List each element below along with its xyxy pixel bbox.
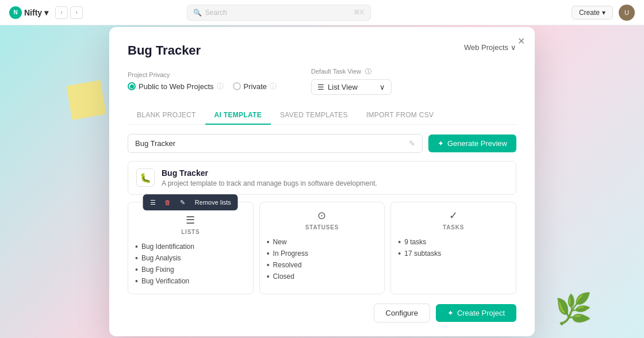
list-item: Bug Verification xyxy=(135,275,246,287)
list-item: 9 tasks xyxy=(398,236,509,248)
list-item: New xyxy=(267,236,378,248)
list-item: Bug Identification xyxy=(135,241,246,252)
settings-row: Project Privacy Public to Web Projects ⓘ… xyxy=(128,67,516,95)
task-view-label: Default Task View ⓘ xyxy=(311,67,392,76)
template-card-icon: 🐛 xyxy=(136,168,155,187)
privacy-private-label: Private xyxy=(244,82,267,91)
tab-ai-template[interactable]: AI TEMPLATE xyxy=(205,106,271,125)
template-card-title: Bug Tracker xyxy=(162,168,377,178)
logo-chevron: ▾ xyxy=(44,8,48,17)
workspace-selector[interactable]: Web Projects ∨ xyxy=(464,43,516,52)
sticky-note-decoration xyxy=(66,80,106,120)
modal-title: Bug Tracker xyxy=(128,43,201,58)
tab-saved-templates[interactable]: SAVED TEMPLATES xyxy=(271,106,357,125)
privacy-section: Project Privacy Public to Web Projects ⓘ… xyxy=(128,71,277,91)
modal-header: Bug Tracker Web Projects ∨ xyxy=(128,43,516,58)
privacy-radio-group: Public to Web Projects ⓘ Private ⓘ xyxy=(128,82,277,91)
lists-delete-btn[interactable]: 🗑 xyxy=(162,196,174,209)
generate-btn-icon: ✦ xyxy=(438,139,444,148)
task-view-chevron: ∨ xyxy=(379,83,385,91)
tab-import-csv[interactable]: IMPORT FROM CSV xyxy=(357,106,443,125)
privacy-private-option[interactable]: Private ⓘ xyxy=(233,82,277,91)
topbar-right: Create ▾ U xyxy=(572,5,635,21)
search-placeholder: Search xyxy=(205,9,227,17)
privacy-public-label: Public to Web Projects xyxy=(139,82,214,91)
tasks-panel-items: 9 tasks 17 subtasks xyxy=(398,236,509,259)
privacy-public-option[interactable]: Public to Web Projects ⓘ xyxy=(128,82,224,91)
tab-blank-project[interactable]: BLANK PROJECT xyxy=(128,106,205,125)
plant-decoration: 🌿 xyxy=(555,291,592,327)
nav-back-button[interactable]: ‹ xyxy=(55,6,68,19)
avatar[interactable]: U xyxy=(619,5,635,21)
privacy-label: Project Privacy xyxy=(128,71,277,78)
configure-button[interactable]: Configure xyxy=(374,304,430,322)
tasks-panel: ✓ TASKS 9 tasks 17 subtasks xyxy=(390,202,516,294)
list-item: Bug Analysis xyxy=(135,252,246,264)
create-button[interactable]: Create ▾ xyxy=(572,6,613,20)
remove-lists-tooltip: Remove lists xyxy=(191,198,235,207)
privacy-private-info-icon: ⓘ xyxy=(270,82,277,91)
tabs-row: BLANK PROJECT AI TEMPLATE SAVED TEMPLATE… xyxy=(128,106,516,125)
lists-edit-btn[interactable]: ✎ xyxy=(177,196,189,209)
nav-buttons: ‹ › xyxy=(55,6,83,19)
privacy-private-radio[interactable] xyxy=(233,82,241,90)
logo-text: Nifty xyxy=(24,8,42,17)
search-bar[interactable]: 🔍 Search ⌘K xyxy=(187,5,371,21)
search-icon: 🔍 xyxy=(193,9,202,17)
lists-panel-title: LISTS xyxy=(135,229,246,235)
workspace-label: Web Projects xyxy=(464,43,508,52)
task-view-dropdown[interactable]: ☰ List View ∨ xyxy=(311,79,392,95)
list-item: Closed xyxy=(267,271,378,282)
privacy-public-info-icon: ⓘ xyxy=(217,82,224,91)
list-item: Resolved xyxy=(267,259,378,271)
generate-btn-label: Generate Preview xyxy=(447,139,507,148)
tasks-panel-title: TASKS xyxy=(398,224,509,231)
search-shortcut: ⌘K xyxy=(354,9,364,16)
task-view-value: List View xyxy=(328,83,358,91)
logo-icon: N xyxy=(9,6,22,19)
template-card-text: Bug Tracker A project template to track … xyxy=(162,168,377,187)
task-view-info-icon: ⓘ xyxy=(365,68,371,75)
modal: ✕ Bug Tracker Web Projects ∨ Project Pri… xyxy=(109,27,535,336)
lists-panel: ☰ 🗑 ✎ Remove lists ☰ LISTS Bug Identific… xyxy=(128,202,254,294)
task-view-section: Default Task View ⓘ ☰ List View ∨ xyxy=(311,67,392,95)
template-edit-icon[interactable]: ✎ xyxy=(409,139,415,148)
statuses-panel-title: STATUSES xyxy=(267,224,378,231)
lists-panel-items: Bug Identification Bug Analysis Bug Fixi… xyxy=(135,241,246,287)
lists-reorder-btn[interactable]: ☰ xyxy=(147,196,159,209)
list-item: Bug Fixing xyxy=(135,264,246,275)
modal-footer: Configure ✦ Create Project xyxy=(128,304,516,322)
create-project-icon: ✦ xyxy=(447,309,454,317)
template-search-row: Bug Tracker ✎ ✦ Generate Preview xyxy=(128,134,516,153)
create-project-label: Create Project xyxy=(457,309,505,317)
create-label: Create xyxy=(579,9,600,17)
statuses-panel: ⊙ STATUSES New In Progress Resolved Clos… xyxy=(259,202,385,294)
nav-forward-button[interactable]: › xyxy=(70,6,83,19)
template-input-wrapper[interactable]: Bug Tracker ✎ xyxy=(128,134,423,153)
create-chevron: ▾ xyxy=(602,9,605,17)
lists-panel-toolbar: ☰ 🗑 ✎ Remove lists xyxy=(143,194,238,210)
statuses-panel-items: New In Progress Resolved Closed xyxy=(267,236,378,282)
list-item: 17 subtasks xyxy=(398,248,509,259)
logo[interactable]: N Nifty ▾ xyxy=(9,6,48,19)
tasks-panel-icon: ✓ xyxy=(398,209,509,222)
modal-close-button[interactable]: ✕ xyxy=(514,34,528,48)
statuses-panel-icon: ⊙ xyxy=(267,209,378,222)
privacy-public-radio[interactable] xyxy=(128,82,136,90)
template-description-card: 🐛 Bug Tracker A project template to trac… xyxy=(128,161,516,195)
page-wrapper: 🌿 ✕ Bug Tracker Web Projects ∨ Project P… xyxy=(0,25,644,338)
lists-panel-icon: ☰ xyxy=(135,214,246,226)
create-project-button[interactable]: ✦ Create Project xyxy=(436,304,516,322)
topbar: N Nifty ▾ ‹ › 🔍 Search ⌘K Create ▾ U xyxy=(0,0,644,25)
list-view-icon: ☰ xyxy=(317,83,324,91)
template-input-value: Bug Tracker xyxy=(135,139,175,148)
generate-preview-button[interactable]: ✦ Generate Preview xyxy=(428,135,516,152)
template-card-description: A project template to track and manage b… xyxy=(162,179,377,187)
preview-panels: ☰ 🗑 ✎ Remove lists ☰ LISTS Bug Identific… xyxy=(128,202,516,294)
list-item: In Progress xyxy=(267,248,378,259)
